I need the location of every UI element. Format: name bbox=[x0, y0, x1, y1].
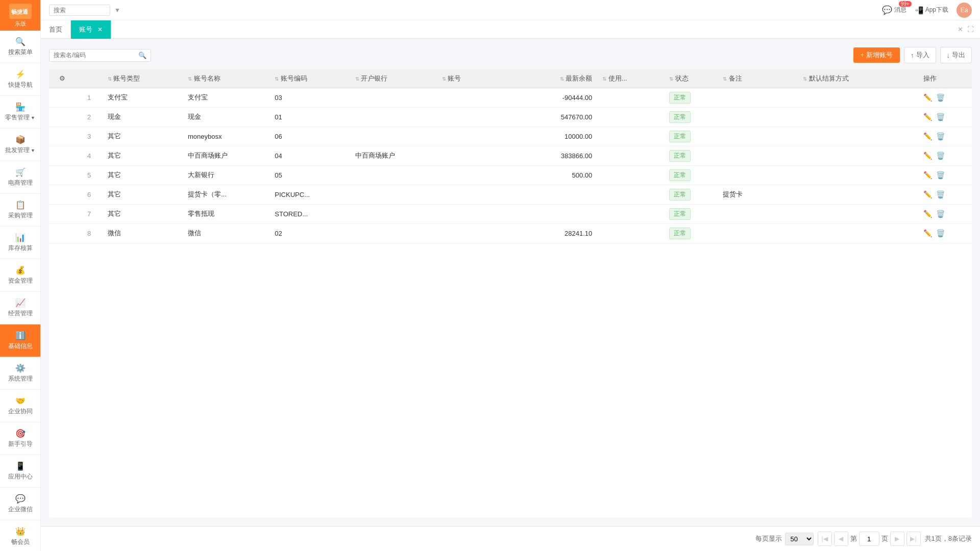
sidebar-item-wholesale[interactable]: 📦 批发管理 ▼ bbox=[0, 129, 40, 161]
search-icon[interactable]: 🔍 bbox=[138, 52, 146, 59]
sidebar-item-inventory[interactable]: 📊 库存核算 bbox=[0, 227, 40, 259]
row-type: 其它 bbox=[103, 127, 183, 146]
expand-icon[interactable]: ⛶ bbox=[967, 26, 974, 33]
col-remark[interactable]: ⇅ 备注 bbox=[718, 69, 798, 88]
edit-icon[interactable]: ✏️ bbox=[923, 210, 932, 218]
app-icon: 📲 bbox=[915, 6, 923, 14]
delete-icon[interactable]: 🗑️ bbox=[936, 93, 945, 102]
row-remark: 提货卡 bbox=[718, 185, 798, 204]
row-status: 正常 bbox=[664, 127, 718, 146]
sidebar-item-member[interactable]: 👑 畅会员 bbox=[0, 520, 40, 551]
table-search-input[interactable] bbox=[54, 52, 135, 59]
col-use[interactable]: ⇅ 使用... bbox=[597, 69, 664, 88]
delete-icon[interactable]: 🗑️ bbox=[936, 210, 945, 218]
row-remark bbox=[718, 165, 798, 185]
col-account-code[interactable]: ⇅ 账号编码 bbox=[270, 69, 350, 88]
delete-icon[interactable]: 🗑️ bbox=[936, 229, 945, 237]
row-balance bbox=[517, 185, 597, 204]
action-icons: ✏️ 🗑️ bbox=[923, 210, 967, 218]
table-search-box[interactable]: 🔍 bbox=[49, 49, 151, 62]
edit-icon[interactable]: ✏️ bbox=[923, 93, 932, 102]
delete-icon[interactable]: 🗑️ bbox=[936, 132, 945, 140]
sidebar-item-quicknav[interactable]: ⚡ 快捷导航 bbox=[0, 63, 40, 96]
add-account-button[interactable]: + 新增账号 bbox=[853, 47, 900, 63]
edit-icon[interactable]: ✏️ bbox=[923, 152, 932, 160]
col-status[interactable]: ⇅ 状态 bbox=[664, 69, 718, 88]
row-use bbox=[597, 204, 664, 223]
row-remark bbox=[718, 146, 798, 165]
row-index: 7 bbox=[76, 204, 102, 223]
sidebar-item-purchase[interactable]: 📋 采购管理 bbox=[0, 194, 40, 227]
delete-icon[interactable]: 🗑️ bbox=[936, 113, 945, 121]
page-number-input[interactable] bbox=[859, 532, 879, 546]
sidebar-item-label: 快捷导航 bbox=[8, 81, 33, 89]
row-settings-cell bbox=[49, 165, 76, 185]
logo-image: 畅捷通 bbox=[8, 4, 33, 19]
avatar[interactable]: Ea bbox=[957, 3, 972, 18]
toolbar-right: + 新增账号 ↑ 导入 ↓ 导出 bbox=[853, 47, 972, 63]
header-message[interactable]: 💬 消息 99+ bbox=[882, 5, 906, 15]
col-balance[interactable]: ⇅ 最新余额 bbox=[517, 69, 597, 88]
row-payment bbox=[798, 127, 918, 146]
delete-icon[interactable]: 🗑️ bbox=[936, 190, 945, 198]
action-icons: ✏️ 🗑️ bbox=[923, 152, 967, 160]
first-page-button[interactable]: |◀ bbox=[818, 532, 832, 546]
sidebar-item-search[interactable]: 🔍 搜索菜单 bbox=[0, 31, 40, 63]
row-settings-cell bbox=[49, 185, 76, 204]
row-status: 正常 bbox=[664, 204, 718, 223]
row-account bbox=[437, 185, 517, 204]
col-account-type[interactable]: ⇅ 账号类型 bbox=[103, 69, 183, 88]
sidebar-item-basic[interactable]: ℹ️ 基础信息 bbox=[0, 324, 40, 357]
tab-close-icon[interactable]: ✕ bbox=[97, 26, 103, 33]
table-header-row: ⚙ ⇅ 账号类型 ⇅ 账号名称 ⇅ 账号编码 bbox=[49, 69, 972, 88]
prev-page-button[interactable]: ◀ bbox=[834, 532, 848, 546]
row-actions: ✏️ 🗑️ bbox=[918, 223, 972, 243]
sidebar-item-guide[interactable]: 🎯 新手引导 bbox=[0, 422, 40, 455]
sidebar-item-operation[interactable]: 📈 经营管理 bbox=[0, 292, 40, 324]
message-label: 消息 bbox=[894, 6, 906, 14]
col-payment[interactable]: ⇅ 默认结算方式 bbox=[798, 69, 918, 88]
col-account-name[interactable]: ⇅ 账号名称 bbox=[183, 69, 270, 88]
col-settings[interactable]: ⚙ bbox=[49, 69, 76, 88]
tab-account[interactable]: 账号 ✕ bbox=[71, 20, 111, 39]
table-row: 4 其它 中百商场账户 04 中百商场账户 383866.00 正常 ✏️ 🗑️ bbox=[49, 146, 972, 165]
edit-icon[interactable]: ✏️ bbox=[923, 171, 932, 179]
sidebar-item-system[interactable]: ⚙️ 系统管理 bbox=[0, 357, 40, 390]
finance-icon: 💰 bbox=[15, 265, 26, 275]
chevron-down-icon: ▼ bbox=[31, 115, 35, 120]
sidebar-item-wechat[interactable]: 💬 企业微信 bbox=[0, 488, 40, 520]
sidebar-item-collab[interactable]: 🤝 企业协同 bbox=[0, 390, 40, 422]
col-account-num[interactable]: ⇅ 账号 bbox=[437, 69, 517, 88]
per-page-select[interactable]: 50 20 100 bbox=[785, 533, 814, 545]
settings-icon[interactable]: ⚙ bbox=[59, 74, 65, 82]
table-row: 6 其它 提货卡（零... PICKUPC... 正常 提货卡 ✏️ 🗑️ bbox=[49, 185, 972, 204]
chevron-down-icon: ▼ bbox=[114, 7, 120, 14]
tab-home[interactable]: 首页 bbox=[41, 20, 71, 39]
edit-icon[interactable]: ✏️ bbox=[923, 190, 932, 198]
sidebar-item-ecommerce[interactable]: 🛒 电商管理 bbox=[0, 161, 40, 194]
edit-icon[interactable]: ✏️ bbox=[923, 229, 932, 237]
sidebar-logo-text: 乐版 bbox=[15, 20, 26, 28]
col-status-sort-icon: ⇅ bbox=[669, 76, 673, 82]
sidebar-item-appcenter[interactable]: 📱 应用中心 bbox=[0, 455, 40, 488]
edit-icon[interactable]: ✏️ bbox=[923, 132, 932, 140]
action-icons: ✏️ 🗑️ bbox=[923, 190, 967, 198]
close-window-icon[interactable]: ✕ bbox=[958, 26, 963, 33]
row-balance: 383866.00 bbox=[517, 146, 597, 165]
row-index: 2 bbox=[76, 107, 102, 127]
system-icon: ⚙️ bbox=[15, 363, 26, 373]
delete-icon[interactable]: 🗑️ bbox=[936, 152, 945, 160]
next-page-button[interactable]: ▶ bbox=[890, 532, 904, 546]
import-button[interactable]: ↑ 导入 bbox=[904, 47, 936, 63]
delete-icon[interactable]: 🗑️ bbox=[936, 171, 945, 179]
header-app-download[interactable]: 📲 App下载 bbox=[915, 6, 948, 14]
sidebar-item-retail[interactable]: 🏪 零售管理 ▼ bbox=[0, 96, 40, 129]
appcenter-icon: 📱 bbox=[15, 461, 26, 471]
row-name: 现金 bbox=[183, 107, 270, 127]
sidebar-item-finance[interactable]: 💰 资金管理 bbox=[0, 259, 40, 292]
col-bank[interactable]: ⇅ 开户银行 bbox=[350, 69, 437, 88]
export-button[interactable]: ↓ 导出 bbox=[940, 47, 972, 63]
edit-icon[interactable]: ✏️ bbox=[923, 113, 932, 121]
last-page-button[interactable]: ▶| bbox=[906, 532, 921, 546]
header-search-input[interactable] bbox=[49, 5, 110, 16]
